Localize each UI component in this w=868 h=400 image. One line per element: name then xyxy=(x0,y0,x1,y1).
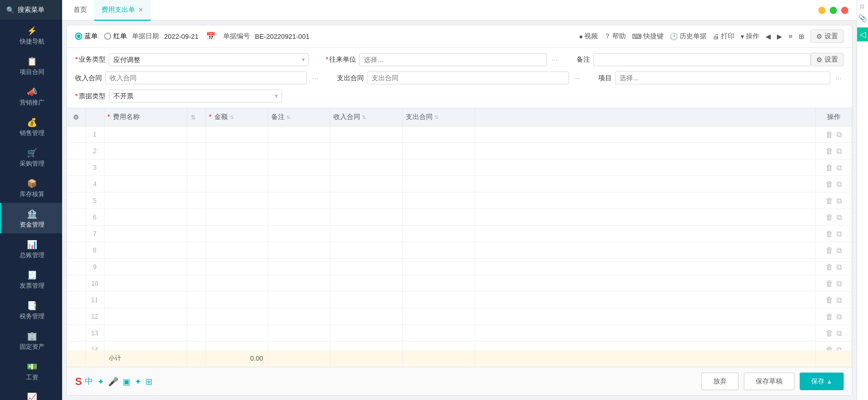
cell-amount-10[interactable] xyxy=(205,275,268,292)
delete-btn-9[interactable]: 🗑 xyxy=(826,262,833,272)
cell-expense-3[interactable] xyxy=(104,159,187,176)
cell-expense-12[interactable] xyxy=(104,308,187,325)
cell-income-5[interactable] xyxy=(330,192,402,209)
copy-btn-3[interactable]: ⧉ xyxy=(836,163,842,172)
cell-amount-3[interactable] xyxy=(205,159,268,176)
cell-amount-13[interactable] xyxy=(205,325,268,342)
cell-expense-5[interactable] xyxy=(104,192,187,209)
cell-remark-13[interactable] xyxy=(268,325,330,342)
cell-income-12[interactable] xyxy=(330,308,402,325)
sidebar-item-ops-mgmt[interactable]: 📈 经营管理 xyxy=(0,386,62,400)
cell-remark-10[interactable] xyxy=(268,275,330,292)
prev-btn[interactable]: ◀ xyxy=(766,33,771,40)
sidebar-item-capital[interactable]: 🏦 资金管理 xyxy=(0,203,62,233)
cell-expense-7[interactable] xyxy=(104,226,187,242)
invoice-type-select[interactable]: 不开票 xyxy=(109,90,282,102)
cell-expense-out-9[interactable] xyxy=(402,259,475,275)
print-btn[interactable]: 🖨 打印 xyxy=(713,32,734,41)
sidebar-item-inventory[interactable]: 📦 库存核算 xyxy=(0,172,62,203)
cell-amount-8[interactable] xyxy=(205,242,268,259)
sidebar-item-purchase[interactable]: 🛒 采购管理 xyxy=(0,142,62,172)
cell-remark-11[interactable] xyxy=(268,292,330,308)
delete-btn-12[interactable]: 🗑 xyxy=(826,312,833,321)
cell-income-14[interactable] xyxy=(330,342,402,350)
cell-amount-4[interactable] xyxy=(205,176,268,192)
copy-btn-7[interactable]: ⧉ xyxy=(836,229,842,239)
cell-amount-6[interactable] xyxy=(205,209,268,226)
counterpart-input[interactable] xyxy=(359,53,547,66)
col-settings[interactable]: ⚙ xyxy=(67,108,85,126)
cell-expense-out-10[interactable] xyxy=(402,275,475,292)
save-button[interactable]: 保存 ▲ xyxy=(800,373,844,390)
cell-amount-11[interactable] xyxy=(205,292,268,308)
project-dots[interactable]: ··· xyxy=(833,74,844,82)
cell-income-4[interactable] xyxy=(330,176,402,192)
cell-amount-14[interactable] xyxy=(205,342,268,350)
income-contract-input[interactable] xyxy=(105,71,307,84)
cell-remark-2[interactable] xyxy=(268,143,330,159)
cell-expense-6[interactable] xyxy=(104,209,187,226)
cell-expense-out-2[interactable] xyxy=(402,143,475,159)
blue-bill-radio[interactable]: 蓝单 xyxy=(75,32,98,41)
cell-remark-5[interactable] xyxy=(268,192,330,209)
cell-expense-11[interactable] xyxy=(104,292,187,308)
cell-expense-2[interactable] xyxy=(104,143,187,159)
cell-expense-out-6[interactable] xyxy=(402,209,475,226)
video-btn[interactable]: ● 视频 xyxy=(579,32,598,41)
copy-btn-4[interactable]: ⧉ xyxy=(836,180,842,189)
col-sort-arrows[interactable]: ⇅ xyxy=(187,108,205,126)
delete-btn-1[interactable]: 🗑 xyxy=(826,130,833,139)
brand-icon-6[interactable]: ⊞ xyxy=(145,377,152,387)
delete-btn-11[interactable]: 🗑 xyxy=(826,295,833,305)
sidebar-item-project-contract[interactable]: 📋 项目合同 xyxy=(0,50,62,81)
right-icon-2[interactable]: 📎 xyxy=(858,14,867,22)
delete-btn-3[interactable]: 🗑 xyxy=(826,163,833,172)
cell-expense-4[interactable] xyxy=(104,176,187,192)
cell-remark-14[interactable] xyxy=(268,342,330,350)
cell-expense-out-7[interactable] xyxy=(402,226,475,242)
cell-remark-1[interactable] xyxy=(268,126,330,143)
income-contract-dots[interactable]: ··· xyxy=(310,74,320,82)
brand-icon-3[interactable]: 🎤 xyxy=(108,377,119,387)
cell-expense-out-5[interactable] xyxy=(402,192,475,209)
cell-remark-8[interactable] xyxy=(268,242,330,259)
cell-income-8[interactable] xyxy=(330,242,402,259)
sidebar-item-invoice[interactable]: 🧾 发票管理 xyxy=(0,264,62,294)
cell-amount-7[interactable] xyxy=(205,226,268,242)
cell-expense-8[interactable] xyxy=(104,242,187,259)
history-btn[interactable]: 🕐 历史单据 xyxy=(670,32,707,41)
right-settings-btn[interactable]: ⚙ 设置 xyxy=(811,53,844,66)
cell-income-6[interactable] xyxy=(330,209,402,226)
income-sort-icon[interactable]: ⇅ xyxy=(362,114,366,120)
cell-expense-out-1[interactable] xyxy=(402,126,475,143)
copy-btn-1[interactable]: ⧉ xyxy=(836,130,842,139)
counterpart-dots[interactable]: ··· xyxy=(550,55,560,64)
sidebar-item-quick-nav[interactable]: ⚡ 快捷导航 xyxy=(0,20,62,50)
remark-sort-icon[interactable]: ⇅ xyxy=(286,114,290,120)
brand-icon-5[interactable]: ✦ xyxy=(135,377,141,387)
cell-expense-1[interactable] xyxy=(104,126,187,143)
settings-btn[interactable]: ⚙ 设置 xyxy=(811,29,844,43)
right-icon-1[interactable]: ⊟ xyxy=(859,4,866,9)
brand-icon-1[interactable]: 中 xyxy=(85,376,93,387)
cell-expense-out-14[interactable] xyxy=(402,342,475,350)
cell-remark-9[interactable] xyxy=(268,259,330,275)
window-minimize[interactable] xyxy=(818,7,826,14)
delete-btn-5[interactable]: 🗑 xyxy=(826,196,833,205)
amount-sort-icon[interactable]: ⇅ xyxy=(230,114,234,120)
delete-btn-4[interactable]: 🗑 xyxy=(826,180,833,189)
cell-remark-6[interactable] xyxy=(268,209,330,226)
copy-btn-10[interactable]: ⧉ xyxy=(836,279,842,288)
delete-btn-8[interactable]: 🗑 xyxy=(826,246,833,255)
sidebar-item-fixed-assets[interactable]: 🏢 固定资产 xyxy=(0,325,62,355)
brand-icon-2[interactable]: ✦ xyxy=(97,377,104,387)
cell-amount-9[interactable] xyxy=(205,259,268,275)
delete-btn-2[interactable]: 🗑 xyxy=(826,146,833,156)
list-view-btn[interactable]: ≡ xyxy=(788,33,792,40)
copy-btn-2[interactable]: ⧉ xyxy=(836,146,842,156)
tab-expense[interactable]: 费用支出单 ✕ xyxy=(94,0,151,21)
cell-expense-13[interactable] xyxy=(104,325,187,342)
cell-income-11[interactable] xyxy=(330,292,402,308)
sidebar-item-marketing[interactable]: 📣 营销推广 xyxy=(0,81,62,111)
delete-btn-6[interactable]: 🗑 xyxy=(826,213,833,222)
